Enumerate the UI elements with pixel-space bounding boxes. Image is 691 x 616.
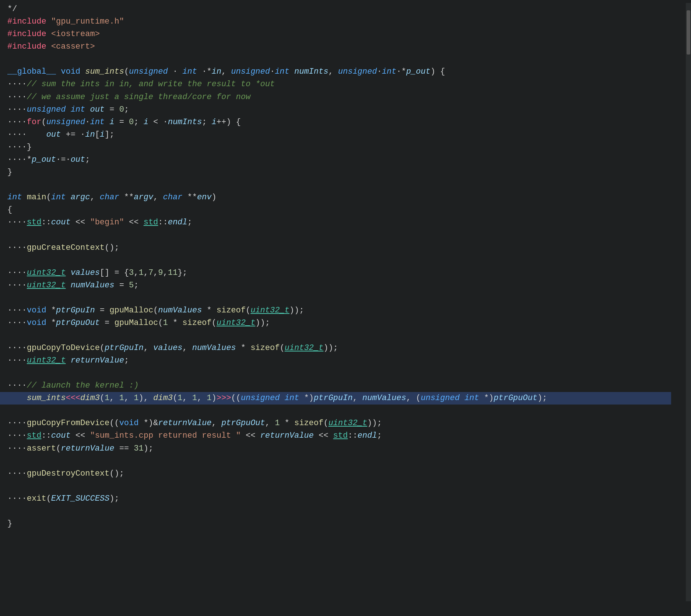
line-close-brace1: ····} xyxy=(7,141,671,154)
line-open-brace: { xyxy=(7,204,671,216)
line-empty10 xyxy=(7,480,671,493)
line-close-global: } xyxy=(7,166,671,179)
line-include3: #include <cassert> xyxy=(7,41,671,53)
line-empty6 xyxy=(7,329,671,342)
line-ptr-gpu-out: ····void *ptrGpuOut = gpuMalloc(1 * size… xyxy=(7,317,671,329)
line-empty9 xyxy=(7,455,671,468)
line-cout-result: ····std::cout << "sum_ints.cpp returned … xyxy=(7,430,671,442)
line-include2: #include <iostream> xyxy=(7,28,671,41)
line-empty5 xyxy=(7,292,671,304)
line-comment-end: */ xyxy=(7,3,671,15)
line-assert: ····assert(returnValue == 31); xyxy=(7,442,671,455)
scrollbar[interactable] xyxy=(686,3,691,601)
line-num-values: ····uint32_t numValues = 5; xyxy=(7,279,671,292)
line-empty2 xyxy=(7,179,671,191)
line-close-main: } xyxy=(7,518,671,530)
line-comment-sum: ····// sum the ints in in, and write the… xyxy=(7,78,671,91)
line-values-decl: ····uint32_t values[] = {3,1,7,9,11}; xyxy=(7,267,671,279)
scrollbar-thumb[interactable] xyxy=(687,10,690,55)
code-editor: */ #include "gpu_runtime.h" #include <io… xyxy=(0,0,691,616)
line-empty8 xyxy=(7,405,671,417)
line-for-loop: ····for(unsigned·int i = 0; i < ·numInts… xyxy=(7,116,671,129)
line-comment-launch: ····// launch the kernel :) xyxy=(7,379,671,392)
line-gpu-create: ····gpuCreateContext(); xyxy=(7,242,671,254)
code-content: */ #include "gpu_runtime.h" #include <io… xyxy=(0,3,686,601)
line-unsigned-out: ····unsigned int out = 0; xyxy=(7,104,671,116)
line-sum-ints-call: sum_ints<<<dim3(1, 1, 1), dim3(1, 1, 1)>… xyxy=(0,392,671,405)
line-empty4 xyxy=(7,254,671,267)
line-exit: ····exit(EXIT_SUCCESS); xyxy=(7,493,671,505)
line-gpu-copy-from: ····gpuCopyFromDevice((void *)&returnVal… xyxy=(7,417,671,430)
line-return-val: ····uint32_t returnValue; xyxy=(7,354,671,367)
line-gpu-copy-to: ····gpuCopyToDevice(ptrGpuIn, values, nu… xyxy=(7,342,671,354)
line-empty7 xyxy=(7,367,671,379)
line-global-fn: __global__ void sum_ints(unsigned · int … xyxy=(7,66,671,78)
line-comment-assume: ····// we assume just a single thread/co… xyxy=(7,91,671,104)
line-cout-begin: ····std::cout << "begin" << std::endl; xyxy=(7,216,671,229)
line-ptr-gpu-in: ····void *ptrGpuIn = gpuMalloc(numValues… xyxy=(7,304,671,317)
line-empty11 xyxy=(7,505,671,518)
line-main-decl: int main(int argc, char **argv, char **e… xyxy=(7,191,671,204)
line-empty3 xyxy=(7,229,671,242)
line-include1: #include "gpu_runtime.h" xyxy=(7,15,671,28)
line-p-out-assign: ····*p_out·=·out; xyxy=(7,154,671,166)
line-gpu-destroy: ····gpuDestroyContext(); xyxy=(7,468,671,480)
line-empty1 xyxy=(7,53,671,66)
line-out-plus: ···· out += ·in[i]; xyxy=(7,129,671,141)
